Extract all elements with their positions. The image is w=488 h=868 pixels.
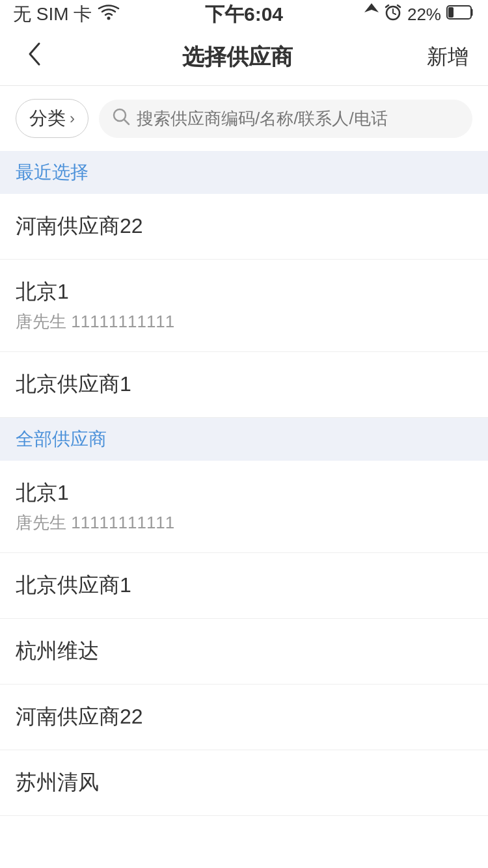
alarm-icon bbox=[384, 3, 402, 26]
status-right: 22% bbox=[364, 3, 475, 26]
status-time: 下午6:04 bbox=[205, 1, 283, 28]
all-item-2[interactable]: 杭州维达 bbox=[0, 619, 488, 685]
item-name: 北京1 bbox=[16, 479, 472, 508]
recent-item-0[interactable]: 河南供应商22 bbox=[0, 194, 488, 260]
carrier-text: 无 SIM 卡 bbox=[13, 2, 92, 27]
item-sub: 唐先生 11111111111 bbox=[16, 511, 472, 534]
all-label: 全部供应商 bbox=[16, 429, 107, 449]
all-item-0[interactable]: 北京1 唐先生 11111111111 bbox=[0, 461, 488, 553]
battery-icon bbox=[446, 5, 475, 25]
all-item-3[interactable]: 河南供应商22 bbox=[0, 685, 488, 750]
item-sub: 唐先生 11111111111 bbox=[16, 310, 472, 333]
svg-rect-3 bbox=[448, 7, 454, 18]
recent-item-1[interactable]: 北京1 唐先生 11111111111 bbox=[0, 260, 488, 352]
item-name: 苏州清风 bbox=[16, 768, 472, 797]
all-item-4[interactable]: 苏州清风 bbox=[0, 750, 488, 816]
search-input-wrap[interactable] bbox=[99, 100, 472, 138]
page-title: 选择供应商 bbox=[182, 42, 293, 72]
category-button[interactable]: 分类 › bbox=[16, 99, 88, 138]
status-bar: 无 SIM 卡 下午6:04 22% bbox=[0, 0, 488, 29]
location-icon bbox=[364, 3, 379, 26]
all-list: 北京1 唐先生 11111111111 北京供应商1 杭州维达 河南供应商22 … bbox=[0, 461, 488, 816]
recent-item-2[interactable]: 北京供应商1 bbox=[0, 352, 488, 418]
status-left: 无 SIM 卡 bbox=[13, 2, 120, 27]
back-button[interactable] bbox=[20, 34, 48, 79]
all-item-1[interactable]: 北京供应商1 bbox=[0, 553, 488, 619]
search-input[interactable] bbox=[137, 109, 459, 129]
svg-point-0 bbox=[107, 16, 111, 20]
recent-section-header: 最近选择 bbox=[0, 151, 488, 194]
all-section-header: 全部供应商 bbox=[0, 418, 488, 461]
nav-bar: 选择供应商 新增 bbox=[0, 29, 488, 86]
battery-text: 22% bbox=[407, 5, 441, 25]
recent-label: 最近选择 bbox=[16, 162, 88, 182]
item-name: 杭州维达 bbox=[16, 637, 472, 666]
item-name: 北京1 bbox=[16, 278, 472, 306]
item-name: 北京供应商1 bbox=[16, 370, 472, 399]
category-label: 分类 bbox=[29, 106, 66, 131]
wifi-icon bbox=[97, 4, 120, 25]
item-name: 河南供应商22 bbox=[16, 703, 472, 731]
add-button[interactable]: 新增 bbox=[427, 43, 468, 72]
search-icon bbox=[112, 107, 130, 130]
item-name: 河南供应商22 bbox=[16, 212, 472, 241]
chevron-right-icon: › bbox=[70, 109, 75, 128]
search-bar: 分类 › bbox=[0, 86, 488, 151]
item-name: 北京供应商1 bbox=[16, 571, 472, 600]
recent-list: 河南供应商22 北京1 唐先生 11111111111 北京供应商1 bbox=[0, 194, 488, 418]
